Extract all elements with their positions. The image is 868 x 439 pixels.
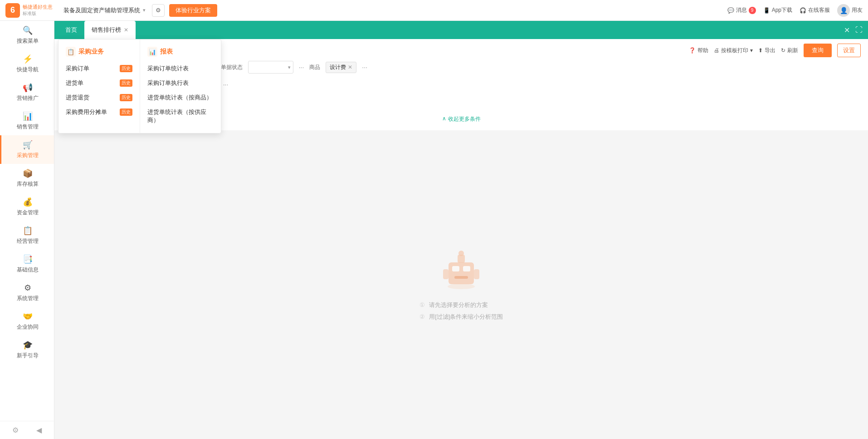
sidebar-item-system[interactable]: ⚙ 系统管理 — [0, 278, 54, 307]
dropdown-item-purchase-order-stats[interactable]: 采购订单统计表 — [140, 61, 221, 76]
purchase-business-header: 📋 采购业务 — [59, 45, 140, 61]
sidebar-item-marketing[interactable]: 📢 营销推广 — [0, 78, 54, 107]
tab-bar-right: ✕ ⛶ — [842, 24, 864, 36]
help-icon: ❓ — [689, 47, 696, 54]
tab-maximize-btn[interactable]: ⛶ — [853, 24, 864, 36]
purchase-business-icon: 📋 — [66, 47, 76, 57]
goods-tag-close[interactable]: ✕ — [348, 64, 352, 70]
empty-hint: ① 请先选择要分析的方案 ② 用[过滤]条件来缩小分析范围 — [419, 299, 503, 323]
dropdown-item-purchase-order-exec[interactable]: 采购订单执行表 — [140, 76, 221, 90]
app-download-button[interactable]: 📱 App下载 — [763, 6, 792, 14]
headset-icon: 🎧 — [800, 7, 806, 14]
tab-home[interactable]: 首页 — [58, 21, 84, 39]
system-icon: ⚙ — [24, 283, 31, 293]
guide-icon: 🎓 — [23, 340, 33, 350]
dropdown-item-goods-receipt[interactable]: 进货单 历史 — [59, 76, 140, 90]
finance-icon: 💰 — [23, 197, 33, 207]
dropdown-item-receipt-stats-supplier[interactable]: 进货单统计表（按供应商） — [140, 105, 221, 128]
logo-text: 畅捷通好生意 — [23, 4, 53, 10]
operation-icon: 📋 — [23, 226, 33, 236]
report-col: 📊 报表 采购订单统计表 采购订单执行表 进货单统计表（按商品） 进货单统计表（… — [140, 39, 221, 133]
export-icon: ⬆ — [758, 47, 763, 54]
salesperson-more-btn[interactable]: ··· — [223, 81, 229, 88]
search-icon: 🔍 — [23, 25, 33, 35]
svg-point-0 — [448, 284, 475, 289]
sidebar-item-inventory[interactable]: 📦 库存核算 — [0, 164, 54, 192]
goods-label: 商品 — [309, 64, 320, 71]
refresh-button[interactable]: ↻ 刷新 — [781, 47, 798, 54]
user-menu[interactable]: 👤 用友 — [837, 4, 863, 17]
sidebar-item-guide[interactable]: 🎓 新手引导 — [0, 335, 54, 364]
report-icon: 📊 — [147, 47, 157, 57]
tab-sales-ranking[interactable]: 销售排行榜 ✕ — [84, 21, 136, 39]
print-button[interactable]: 🖨 按模板打印 ▾ — [714, 47, 753, 54]
status-select-wrapper — [248, 61, 293, 74]
top-header: 6 畅捷通好生意 标准版 装备及固定资产辅助管理系统 ▾ ⚙ 体验行业方案 💬 … — [0, 0, 868, 21]
sidebar-bottom: ⚙ ◀ — [0, 421, 54, 439]
online-service-button[interactable]: 🎧 在线客服 — [800, 6, 830, 14]
purchase-dropdown-menu: 📋 采购业务 采购订单 历史 进货单 历史 进货退货 历史 采购费用分摊单 历史… — [58, 39, 221, 133]
collapse-up-icon: ∧ — [442, 115, 446, 123]
svg-rect-3 — [463, 266, 470, 271]
print-dropdown-arrow[interactable]: ▾ — [750, 47, 753, 54]
industry-button[interactable]: 体验行业方案 — [169, 4, 217, 17]
header-right: 💬 消息 9 📱 App下载 🎧 在线客服 👤 用友 — [727, 4, 863, 17]
enterprise-icon: 🤝 — [23, 311, 33, 321]
query-button[interactable]: 查询 — [804, 44, 832, 57]
dropdown-item-receipt-stats-goods[interactable]: 进货单统计表（按商品） — [140, 90, 221, 105]
sidebar-item-enterprise[interactable]: 🤝 企业协同 — [0, 307, 54, 335]
sales-icon: 📊 — [23, 111, 33, 121]
status-more-btn[interactable]: ··· — [299, 64, 304, 71]
sidebar-item-sales[interactable]: 📊 销售管理 — [0, 107, 54, 135]
tab-close-icon[interactable]: ✕ — [124, 27, 128, 33]
message-button[interactable]: 💬 消息 9 — [727, 6, 756, 14]
logo-icon: 6 — [5, 3, 20, 18]
logo-edition: 标准版 — [23, 10, 53, 17]
dropdown-item-purchase-order[interactable]: 采购订单 历史 — [59, 61, 140, 76]
tab-bar: 首页 销售排行榜 ✕ ✕ ⛶ — [54, 21, 868, 39]
svg-rect-7 — [443, 269, 449, 279]
sidebar-item-search[interactable]: 🔍 搜索菜单 — [0, 21, 54, 49]
inventory-icon: 📦 — [23, 168, 33, 178]
system-title: 装备及固定资产辅助管理系统 ▾ — [63, 6, 148, 15]
sidebar-item-finance[interactable]: 💰 资金管理 — [0, 192, 54, 221]
purchase-business-col: 📋 采购业务 采购订单 历史 进货单 历史 进货退货 历史 采购费用分摊单 历史 — [59, 39, 140, 133]
sidebar-item-quick-nav[interactable]: ⚡ 快捷导航 — [0, 49, 54, 78]
help-button[interactable]: ❓ 帮助 — [689, 47, 708, 54]
status-label: 单据状态 — [221, 64, 243, 71]
title-dropdown-arrow[interactable]: ▾ — [143, 7, 146, 13]
quick-nav-icon: ⚡ — [23, 54, 33, 64]
dropdown-item-goods-return[interactable]: 进货退货 历史 — [59, 90, 140, 105]
report-header: 📊 报表 — [140, 45, 221, 61]
svg-rect-1 — [449, 262, 474, 284]
empty-illustration — [439, 247, 484, 292]
settings-icon[interactable]: ⚙ — [152, 4, 165, 17]
empty-state: ① 请先选择要分析的方案 ② 用[过滤]条件来缩小分析范围 — [54, 130, 868, 439]
export-button[interactable]: ⬆ 导出 — [758, 47, 775, 54]
goods-tag: 设计费 ✕ — [326, 62, 356, 73]
phone-icon: 📱 — [763, 7, 770, 14]
dropdown-item-purchase-expense[interactable]: 采购费用分摊单 历史 — [59, 105, 140, 119]
svg-rect-4 — [454, 276, 468, 279]
refresh-icon: ↻ — [781, 47, 785, 54]
svg-point-6 — [458, 251, 464, 256]
sidebar-collapse-icon[interactable]: ◀ — [36, 426, 42, 434]
base-info-icon: 📑 — [23, 254, 33, 264]
tab-close-btn[interactable]: ✕ — [842, 24, 852, 36]
message-badge: 9 — [749, 7, 756, 14]
sidebar: 🔍 搜索菜单 ⚡ 快捷导航 📢 营销推广 📊 销售管理 🛒 采购管理 📦 库存核… — [0, 21, 54, 439]
sidebar-settings-icon[interactable]: ⚙ — [12, 426, 19, 434]
sidebar-item-base-info[interactable]: 📑 基础信息 — [0, 250, 54, 278]
marketing-icon: 📢 — [23, 83, 33, 93]
print-icon: 🖨 — [714, 47, 719, 54]
settings-button[interactable]: 设置 — [837, 44, 861, 57]
goods-more-btn[interactable]: ··· — [362, 64, 367, 71]
svg-rect-8 — [474, 269, 479, 279]
logo-area: 6 畅捷通好生意 标准版 — [5, 3, 60, 18]
purchase-icon: 🛒 — [23, 140, 33, 150]
sidebar-item-purchase[interactable]: 🛒 采购管理 — [0, 135, 54, 164]
svg-rect-2 — [452, 266, 459, 271]
status-select[interactable] — [248, 61, 293, 74]
avatar: 👤 — [837, 4, 850, 17]
sidebar-item-operation[interactable]: 📋 经营管理 — [0, 221, 54, 250]
